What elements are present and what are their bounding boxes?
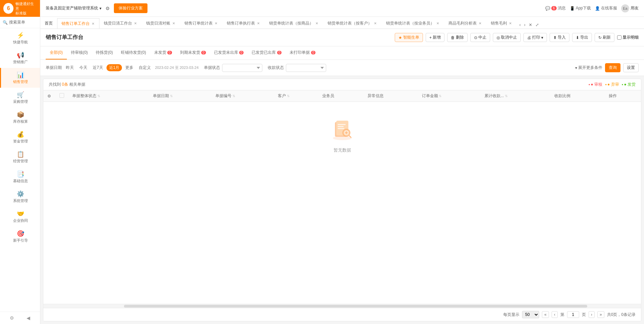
tab-sales-stats[interactable]: 销售订单统计表 ✕ [180, 18, 222, 29]
export-button[interactable]: ⬇ 导出 [572, 33, 592, 42]
tab-sales-summary-customer[interactable]: 销货单统计表（按客户） ✕ [323, 18, 382, 29]
add-button[interactable]: + 新增 [426, 33, 444, 42]
sidebar-item-quick-nav[interactable]: ⚡快捷导航 [0, 28, 40, 48]
date-btn-7days[interactable]: 近7天 [91, 64, 105, 71]
user-menu[interactable]: Ea 用友 [621, 4, 639, 12]
online-service-btn[interactable]: 👤 在线客服 [595, 5, 617, 11]
tabs-prev-btn[interactable]: ‹ [518, 21, 522, 29]
tab-cash-reconcile-close[interactable]: ✕ [172, 22, 176, 26]
tabs-next-btn[interactable]: › [523, 21, 527, 29]
page-size-select[interactable]: 50 10 20 100 [522, 311, 539, 318]
show-detail-checkbox-label[interactable]: 显示明细 [617, 35, 639, 40]
tab-sales-workbench-close[interactable]: ✕ [91, 22, 95, 26]
date-btn-custom[interactable]: 自定义 [137, 64, 153, 71]
sidebar-item-enterprise[interactable]: 🤝企业协同 [0, 207, 40, 227]
message-btn[interactable]: 💬 6 消息 [545, 5, 566, 11]
tab-cash-reconcile-label: 钱货日清对账 [146, 21, 170, 26]
tab-cash-daily-close[interactable]: ✕ [133, 22, 137, 26]
prev-page-btn[interactable]: ‹ [552, 311, 558, 318]
tab-sales-summary-product[interactable]: 销货单统计表（按商品） ✕ [265, 18, 323, 29]
system-title-dropdown[interactable]: 装备及固定资产辅助管理系统 ▾ [46, 5, 101, 11]
tab-sales-stats-close[interactable]: ✕ [214, 22, 218, 26]
settings-icon[interactable]: ⚙ [105, 6, 110, 11]
query-button[interactable]: 查询 [605, 63, 620, 72]
last-page-btn[interactable]: » [597, 311, 604, 318]
tabs-close-all-btn[interactable]: ✕ [527, 21, 533, 29]
filter-tab-not-printed[interactable]: 未打印单据 0 [286, 46, 319, 59]
select-all-checkbox[interactable] [59, 93, 64, 98]
tab-sales-revenue-close[interactable]: ✕ [508, 22, 512, 26]
filter-tab-wangpu[interactable]: 旺铺待发货(0) [117, 46, 150, 59]
show-detail-checkbox[interactable] [617, 35, 621, 40]
tab-sales-exec[interactable]: 销售订单执行表 ✕ [222, 18, 265, 29]
filter-tab-shipped-in[interactable]: 已发货已出库 0 [248, 46, 286, 59]
date-btn-yesterday[interactable]: 昨天 [64, 64, 76, 71]
tab-gross-profit[interactable]: 商品毛利分析表 ✕ [444, 18, 486, 29]
filter-tab-overdue[interactable]: 到期未发货 0 [176, 46, 210, 59]
col-status[interactable]: 单据整体状态 [68, 90, 149, 102]
filter-tab-shipped-not-in[interactable]: 已发货未出库 0 [210, 46, 248, 59]
col-amount[interactable]: 订单金额 [418, 90, 480, 102]
tab-sales-workbench[interactable]: 销售订单工作台 ✕ [57, 18, 99, 29]
date-btn-1month[interactable]: 近1月 [106, 64, 122, 71]
sidebar-item-operations[interactable]: 📋经营管理 [0, 147, 40, 167]
cancel-stop-button[interactable]: ◎ 取消中止 [493, 33, 521, 42]
col-received[interactable]: 累计收款... [480, 90, 551, 102]
status-filter-select[interactable] [222, 64, 262, 72]
filter-tab-not-shipped[interactable]: 未发货 0 [150, 46, 176, 59]
tab-sales-summary-product-close[interactable]: ✕ [315, 22, 319, 26]
sidebar-search[interactable]: 🔍 搜索菜单 [0, 17, 40, 28]
filter-tab-pending-review[interactable]: 待审核(0) [67, 46, 92, 59]
table-scroll-container[interactable]: ⚙ 单据整体状态 单据日期 单据编号 客户 业务员 异常信息 订单金额 累计收款… [43, 90, 641, 304]
tab-sales-summary-staff[interactable]: 销货单统计表（按业务员） ✕ [382, 18, 444, 29]
settings-footer-btn[interactable]: ⚙ [10, 315, 14, 321]
sidebar-item-guide[interactable]: 🎯新手引导 [0, 227, 40, 246]
review-action-btn[interactable]: ● 审核 [589, 82, 602, 87]
import-button[interactable]: ⬆ 导入 [550, 33, 569, 42]
page-number-input[interactable] [567, 311, 579, 318]
tab-sales-exec-close[interactable]: ✕ [256, 22, 260, 26]
tabs-maximize-btn[interactable]: ⤢ [534, 21, 540, 29]
app-download-btn[interactable]: 📱 App下载 [570, 5, 591, 11]
sidebar-item-basic[interactable]: 📑基础信息 [0, 167, 40, 187]
scrollbar-thumb[interactable] [124, 305, 587, 308]
horizontal-scrollbar[interactable] [43, 304, 641, 308]
sidebar-item-purchase[interactable]: 🛒采购管理 [0, 88, 40, 108]
tab-home[interactable]: 首页 [40, 18, 57, 29]
dropdown-arrow-icon: ▾ [99, 6, 101, 11]
filter-tab-all[interactable]: 全部(0) [46, 46, 67, 59]
ship-action-btn[interactable]: ● 发货 [622, 82, 636, 87]
sidebar-item-system[interactable]: ⚙️系统管理 [0, 187, 40, 207]
tab-sales-summary-staff-close[interactable]: ✕ [436, 22, 440, 26]
col-staff[interactable]: 业务员 [318, 90, 363, 102]
sidebar-item-inventory[interactable]: 📦库存核算 [0, 108, 40, 127]
stop-button[interactable]: ⊙ 中止 [470, 33, 490, 42]
payment-filter-select[interactable] [286, 64, 326, 72]
first-page-btn[interactable]: « [542, 311, 549, 318]
expand-conditions-btn[interactable]: ▾ 展开更多条件 [575, 65, 602, 71]
col-number[interactable]: 单据编号 [211, 90, 274, 102]
sidebar-item-marketing[interactable]: 📢营销推广 [0, 48, 40, 68]
col-checkbox [55, 90, 68, 102]
filter-tab-pending-inspect[interactable]: 待拣货(0) [92, 46, 117, 59]
tab-sales-revenue[interactable]: 销售毛利 ✕ [486, 18, 517, 29]
tab-cash-reconcile[interactable]: 钱货日清对账 ✕ [142, 18, 180, 29]
smart-create-button[interactable]: ★ 智能生单 [395, 33, 423, 42]
industry-plan-button[interactable]: 体验行业方案 [114, 3, 147, 13]
col-customer[interactable]: 客户 [274, 90, 318, 102]
date-btn-more[interactable]: 更多 [123, 64, 135, 71]
delete-button[interactable]: 🗑 删除 [447, 33, 468, 42]
refresh-button[interactable]: ↻ 刷新 [595, 33, 614, 42]
collapse-footer-btn[interactable]: ◀ [27, 315, 30, 321]
unreview-action-btn[interactable]: ● 弃审 [605, 82, 619, 87]
date-btn-today[interactable]: 今天 [77, 64, 89, 71]
tab-cash-daily[interactable]: 钱货日清工作台 ✕ [99, 18, 142, 29]
tab-gross-profit-close[interactable]: ✕ [478, 22, 482, 26]
next-page-btn[interactable]: › [589, 311, 595, 318]
sidebar-item-sales[interactable]: 📊销售管理 [0, 68, 40, 88]
filter-settings-button[interactable]: 设置 [623, 63, 639, 72]
tab-sales-summary-customer-close[interactable]: ✕ [373, 22, 377, 26]
print-button[interactable]: 🖨 打印 ▾ [523, 33, 547, 42]
sidebar-item-finance[interactable]: 💰资金管理 [0, 127, 40, 147]
col-date[interactable]: 单据日期 [149, 90, 211, 102]
